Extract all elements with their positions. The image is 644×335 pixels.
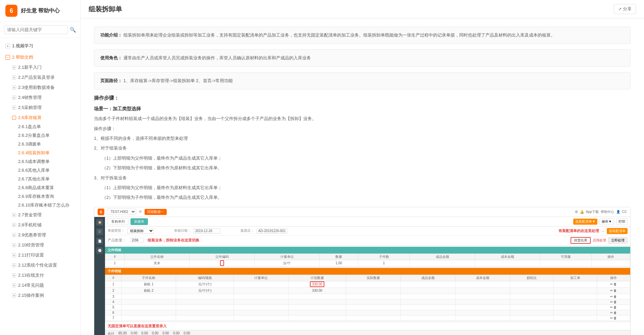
nav-sub-group-215-title[interactable]: + 2.15操作案例 bbox=[12, 291, 80, 300]
td-ops-val bbox=[592, 260, 630, 266]
search-input[interactable] bbox=[4, 25, 68, 34]
app-selector[interactable]: TEST-H002 bbox=[107, 209, 136, 215]
annotation-btn-3[interactable]: 立即处理 bbox=[608, 237, 628, 244]
nav-sub-group-213: + 2.13在线支付 bbox=[12, 271, 80, 280]
nav-sub-group-210-title[interactable]: + 2.10经营管理 bbox=[12, 240, 80, 250]
td-cost-amount-val bbox=[475, 260, 540, 266]
nav-sub-group-211-title[interactable]: + 2.11打印设置 bbox=[12, 250, 80, 260]
nav-sub-group-212: + 2.12系统个性化设置 bbox=[12, 261, 80, 270]
nav-sub-group-29-title[interactable]: + 2.9优惠券管理 bbox=[12, 230, 80, 240]
nav-item-265[interactable]: 2.6.5成本调整单 bbox=[18, 157, 80, 166]
nav-sub-group-27-title[interactable]: + 2.7资金管理 bbox=[12, 210, 80, 220]
nav-sub-group-25-title[interactable]: + 2.5采购管理 bbox=[12, 103, 80, 112]
app-btn3[interactable]: 打印 bbox=[616, 218, 628, 225]
th2-product-amount: 成品金额 bbox=[400, 275, 455, 281]
nav-sub-group-21-title[interactable]: + 2.1新手入门 bbox=[12, 63, 80, 72]
plus-icon: + bbox=[12, 223, 16, 227]
nav-sub-27-label: 2.7资金管理 bbox=[18, 212, 42, 218]
td2-cost bbox=[455, 287, 510, 294]
nav-sub-group-214-title[interactable]: + 2.14常见问题 bbox=[12, 281, 80, 290]
app-period-btn[interactable]: 同期数据一 bbox=[145, 209, 167, 215]
search-button[interactable]: 🔍 bbox=[70, 27, 76, 33]
nav-item-267[interactable]: 2.6.7其他出库单 bbox=[18, 175, 80, 183]
nav-sub-group-26: − 2.6库存核算 2.6.1盘点单 2.6.2分量盘点单 2.6.3调拨单 2… bbox=[12, 113, 80, 210]
app-icon-settings: ⚙ bbox=[575, 210, 578, 214]
app-icon-cc: CC bbox=[622, 210, 627, 214]
app-sidebar-icon-home[interactable]: 🏠 bbox=[96, 219, 103, 226]
app-btn2[interactable]: 操作▼ bbox=[599, 218, 614, 225]
app-sidebar-icon-list[interactable]: ☰ bbox=[96, 228, 103, 235]
form-val-qty: 2/36 bbox=[130, 238, 144, 243]
annotation-input-1[interactable]: 供货出库 bbox=[571, 237, 591, 244]
bottom-val5: 0.00 bbox=[162, 331, 169, 335]
nav-group-video-title[interactable]: + 1.视频学习 bbox=[0, 41, 80, 51]
annotation-text-2: 组装业务，拆卸业务在这里切换 bbox=[148, 238, 199, 243]
nav-sub-group-22-title[interactable]: + 2.2产品安装及登录 bbox=[12, 73, 80, 82]
expand-icon: + bbox=[5, 44, 10, 48]
plus-icon: + bbox=[12, 65, 16, 69]
nav-sub-214-label: 2.14常见问题 bbox=[18, 282, 44, 288]
td2-no: 1 bbox=[105, 281, 121, 287]
share-icon: ↗ bbox=[618, 7, 622, 11]
th2-loss-ratio: 损耗比 bbox=[510, 275, 553, 281]
nav-sub-group-26-title[interactable]: − 2.6库存核算 bbox=[12, 113, 80, 122]
nav-item-269[interactable]: 2.6.9库存账本查询 bbox=[18, 192, 80, 201]
form-val-group: AD-20191226-001 bbox=[257, 228, 287, 233]
nav-sub-group-28-title[interactable]: + 2.8手机旺铺 bbox=[12, 220, 80, 230]
scene1-title: 场景一：加工类型选择 bbox=[94, 106, 631, 112]
app-body: 🏠 ☰ 📄 🕐 客购单列 新建单 选装配清单▼ 操作▼ bbox=[94, 217, 630, 335]
nav-item-263[interactable]: 2.6.3调拨单 bbox=[18, 140, 80, 149]
bottom-label: 合计 bbox=[108, 331, 114, 335]
nav-item-262[interactable]: 2.6.2分量盘点单 bbox=[18, 131, 80, 140]
nav-item-261[interactable]: 2.6.1盘点单 bbox=[18, 122, 80, 131]
share-button[interactable]: ↗ 分享 bbox=[614, 4, 636, 14]
form-group-2: 单据日期： 2019-12-26 bbox=[174, 228, 220, 234]
table-row: 5✏ 🗑 bbox=[105, 304, 630, 310]
nav-group-docs-title[interactable]: − 2.帮助文档 bbox=[0, 52, 80, 63]
td-no: 1 bbox=[105, 260, 125, 266]
form-row-1: 单据类型： 组装拆卸 单据日期： 2019-12-26 bbox=[108, 228, 628, 234]
td2-name: 刷机 1 bbox=[121, 281, 176, 287]
nav-item-2610[interactable]: 2.6.10库存账本错了怎么办 bbox=[18, 201, 80, 210]
app-icon-download: App下载 bbox=[586, 210, 599, 214]
td2-work bbox=[553, 281, 597, 287]
scene1-desc: 当由多个子件材料组装成一个成品的业务为【组装】业务，当由一个父件拆分成多个子产品… bbox=[94, 115, 631, 122]
nav-item-264[interactable]: 2.6.4组装拆卸单 bbox=[18, 149, 80, 157]
app-sidebar-icon-clock[interactable]: 🕐 bbox=[96, 247, 103, 254]
bottom-val2: 0.00 bbox=[131, 331, 137, 335]
bottom-val6: 0.00 bbox=[173, 331, 179, 335]
form-row-2-container: 产品数量： 2/36 组装业务，拆卸业务在这里切换 供货出库 启用处理 立即处理 bbox=[105, 236, 630, 245]
nav-sub-group-212-title[interactable]: + 2.12系统个性化设置 bbox=[12, 261, 80, 270]
sync-icon: ⟳ bbox=[139, 210, 142, 214]
step3-sub1: （1）上部明细为父件明细，最终作为原材料生成其它出库单； bbox=[102, 184, 631, 191]
app-tab-new[interactable]: 新建单 bbox=[130, 218, 148, 225]
annotation-btn-1[interactable]: 选装配清单 bbox=[607, 228, 628, 234]
plan-qty-input[interactable]: 330.00 bbox=[310, 281, 324, 287]
step2: 2、对于组装业务 bbox=[94, 144, 631, 152]
parent-code-input[interactable] bbox=[220, 260, 224, 266]
nav-item-266[interactable]: 2.6.6其他入库单 bbox=[18, 166, 80, 175]
main-content: 功能介绍： 组装拆卸单用来处理企业组装或拆卸等加工业务，支持有固定装配清单的产品… bbox=[80, 18, 644, 335]
nav-sub-group-213-title[interactable]: + 2.13在线支付 bbox=[12, 271, 80, 280]
form-input-type[interactable]: 组装拆卸 bbox=[127, 228, 154, 234]
app-tab-list[interactable]: 客购单列 bbox=[108, 218, 128, 225]
annotation-area-3: 供货出库 启用处理 立即处理 bbox=[203, 237, 628, 244]
role-intro-text: 通常由生产人员或库管人员完成拆装业务的操作，库管人员确认原材料的出库和产成品的入… bbox=[123, 55, 311, 60]
nav-item-268[interactable]: 2.6.8商品成本重算 bbox=[18, 183, 80, 192]
app-main-area: 客购单列 新建单 选装配清单▼ 操作▼ 打印 单据类型： bbox=[105, 217, 630, 335]
step3: 3、对于拆装业务 bbox=[94, 174, 631, 182]
plus-icon: + bbox=[12, 75, 16, 79]
td-child-count-val: 1 bbox=[358, 260, 410, 266]
table-row: 1 刷机 1 元/个(个) 330.00 bbox=[105, 281, 630, 287]
td2-work bbox=[553, 287, 597, 294]
logo-text: 好生意 帮助中心 bbox=[21, 7, 60, 14]
path-text: 1、库存核算->库存管理->组装拆卸单 2、首页->常用功能 bbox=[123, 78, 233, 83]
plus-icon: + bbox=[12, 273, 16, 277]
app-sidebar-mini: 🏠 ☰ 📄 🕐 bbox=[94, 217, 105, 335]
app-sidebar-icon-file[interactable]: 📄 bbox=[96, 238, 103, 244]
bottom-val3: 0.00 bbox=[142, 331, 148, 335]
annotation-text-4: 无固定清单可以直接在这里置里录入 bbox=[108, 324, 167, 329]
nav-sub-group-23-title[interactable]: + 2.3使用前数据准备 bbox=[12, 83, 80, 92]
app-action-btn[interactable]: 选装配清单▼ bbox=[573, 219, 597, 225]
nav-sub-group-24-title[interactable]: + 2.4销售管理 bbox=[12, 93, 80, 102]
